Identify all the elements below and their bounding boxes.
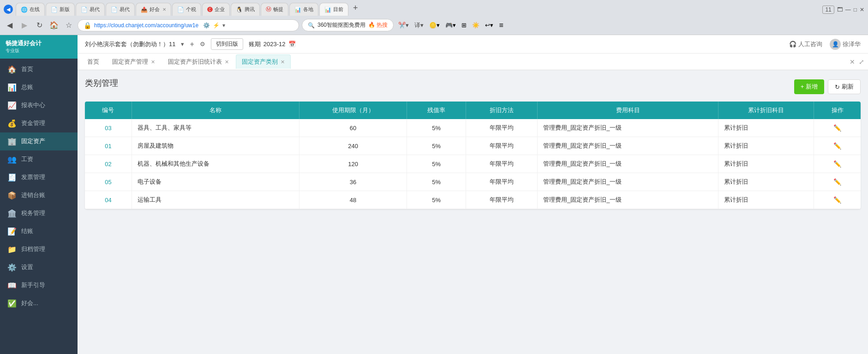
cell-action-4[interactable]: ✏️: [814, 191, 861, 209]
sidebar-item-tax[interactable]: 🏛️ 税务管理: [0, 204, 78, 222]
page-tab-home[interactable]: 首页: [81, 54, 105, 69]
company-dropdown-icon[interactable]: ▾: [181, 41, 184, 48]
translate-icon[interactable]: 译▾: [413, 20, 425, 30]
consult-button[interactable]: 🎧 人工咨询: [789, 40, 822, 48]
new-tab-button[interactable]: +: [349, 3, 362, 13]
page-tab-fixed-assets-mgmt[interactable]: 固定资产管理 ✕: [106, 54, 161, 69]
hot-search-label: 🔥 热搜: [368, 21, 388, 29]
sidebar-item-guide[interactable]: 📖 新手引导: [0, 276, 78, 294]
browser-tab-easy2[interactable]: 📄 易代: [106, 3, 135, 16]
tab-label-enterprise: 企业: [215, 6, 225, 13]
tab-close-hao[interactable]: ✕: [162, 7, 166, 12]
search-box[interactable]: 🔍 360智能抠图免费用 🔥 热搜: [302, 19, 394, 31]
cell-months-3: 36: [299, 173, 407, 191]
refresh-button[interactable]: ↻ 刷新: [828, 79, 861, 94]
sidebar-item-home[interactable]: 🏠 首页: [0, 60, 78, 78]
cell-action-0[interactable]: ✏️: [814, 119, 861, 137]
forward-button[interactable]: ▶: [18, 19, 30, 31]
brightness-icon[interactable]: ☀️: [470, 21, 481, 30]
edit-icon-1[interactable]: ✏️: [833, 142, 841, 150]
cell-name-3: 电子设备: [132, 173, 299, 191]
content-area: 类别管理 + 新增 ↻ 刷新 编号 名称 使用期限（月） 残值率: [78, 70, 868, 354]
edit-icon-4[interactable]: ✏️: [833, 196, 841, 204]
sidebar-logo-title: 畅捷通好会计: [6, 40, 42, 48]
cut-icon[interactable]: ✂️▾: [396, 21, 411, 30]
sidebar-item-invoice[interactable]: 🧾 发票管理: [0, 168, 78, 186]
back-button[interactable]: ◀: [4, 19, 16, 31]
home-button[interactable]: 🏠: [48, 19, 60, 31]
sidebar-item-fixed-assets[interactable]: 🏢 固定资产: [0, 132, 78, 150]
settings-gear-icon[interactable]: ⚙: [200, 41, 205, 48]
sidebar-item-funds[interactable]: 💰 资金管理: [0, 114, 78, 132]
cell-method-3: 年限平均: [466, 173, 538, 191]
tab-icon-gedi: 📊: [294, 6, 301, 13]
game-icon[interactable]: 🎮▾: [443, 21, 458, 30]
edit-icon-2[interactable]: ✏️: [833, 160, 841, 168]
browser-tab-easy1[interactable]: 📄 易代: [76, 3, 105, 16]
add-company-icon[interactable]: +: [190, 40, 194, 48]
edit-icon-0[interactable]: ✏️: [833, 124, 841, 132]
sidebar-nav: 🏠 首页 📊 总账 📈 报表中心 💰 资金管理 🏢 固定资产 👥 工资: [0, 59, 78, 354]
restore-window-icon[interactable]: 🗔: [837, 6, 843, 13]
cell-action-3[interactable]: ✏️: [814, 173, 861, 191]
cell-accum-2: 累计折旧: [718, 155, 814, 173]
reload-button[interactable]: ↻: [33, 19, 45, 31]
cell-rate-4: 5%: [407, 191, 466, 209]
browser-tab-online[interactable]: 🌐 在线: [16, 3, 45, 16]
close-window-icon[interactable]: ✕: [860, 6, 864, 13]
cell-accum-0: 累计折旧: [718, 119, 814, 137]
browser-tab-enterprise[interactable]: 🅒 企业: [202, 3, 230, 16]
browser-tab-new[interactable]: 📄 新版: [46, 3, 75, 16]
browser-tab-hao[interactable]: 📤 好会 ✕: [136, 3, 171, 16]
add-category-button[interactable]: + 新增: [794, 79, 824, 94]
page-tab-close-dep-table[interactable]: ✕: [225, 59, 229, 65]
maximize-panel-icon[interactable]: ⤢: [859, 58, 864, 66]
calendar-icon[interactable]: 📅: [288, 41, 296, 48]
cell-expense-0: 管理费用_固定资产折旧_一级: [537, 119, 718, 137]
grid-icon[interactable]: ⊞: [460, 21, 468, 30]
browser-tab-muqian[interactable]: 📊 目前: [319, 3, 348, 16]
secure-icon: 🔒: [84, 22, 91, 29]
page-tab-category[interactable]: 固定资产类别 ✕: [236, 54, 291, 69]
browser-tab-gedi[interactable]: 📊 各地: [289, 3, 318, 16]
cell-name-4: 运输工具: [132, 191, 299, 209]
cell-method-4: 年限平均: [466, 191, 538, 209]
archive-icon: 📁: [7, 245, 17, 254]
sidebar-item-label-settings: 设置: [21, 263, 33, 271]
cell-action-2[interactable]: ✏️: [814, 155, 861, 173]
page-tab-close-fa-mgmt[interactable]: ✕: [151, 59, 155, 65]
user-info[interactable]: 👤 徐泽华: [830, 39, 861, 50]
undo-icon[interactable]: ↩▾: [483, 21, 495, 30]
address-bookmark-icon: ⚡: [213, 22, 220, 29]
sidebar-item-payroll[interactable]: 👥 工资: [0, 150, 78, 168]
sidebar-item-settings[interactable]: ⚙️ 设置: [0, 258, 78, 276]
switch-version-button[interactable]: 切到旧版: [211, 38, 243, 50]
sidebar-item-ledger[interactable]: 📊 总账: [0, 78, 78, 96]
sidebar-item-label-reports: 报表中心: [21, 101, 45, 109]
browser-logo-icon: ◀: [4, 5, 13, 14]
page-tab-close-category[interactable]: ✕: [281, 59, 285, 65]
sidebar-item-inventory[interactable]: 📦 进销台账: [0, 186, 78, 204]
browser-tab-tax[interactable]: 📄 个税: [172, 3, 201, 16]
browser-tab-tencent[interactable]: 🐧 腾讯: [231, 3, 260, 16]
bookmark-button[interactable]: ☆: [63, 19, 75, 31]
page-tab-label-category: 固定资产类别: [242, 58, 278, 66]
tab-icon-enterprise: 🅒: [207, 6, 213, 13]
coin-icon[interactable]: 🪙▾: [427, 21, 442, 30]
cell-action-1[interactable]: ✏️: [814, 137, 861, 155]
tab-icon-easy2: 📄: [111, 6, 118, 13]
edit-icon-3[interactable]: ✏️: [833, 178, 841, 186]
sidebar-item-closing[interactable]: 📝 结账: [0, 222, 78, 240]
minimize-window-icon[interactable]: —: [845, 6, 851, 13]
period-display: 账期 2023-12 📅: [249, 40, 296, 48]
close-panel-icon[interactable]: ✕: [850, 58, 855, 66]
address-bar[interactable]: 🔒 https://cloud.chanjet.com/accounting/u…: [78, 19, 299, 31]
sidebar-item-haohui[interactable]: ✅ 好会...: [0, 294, 78, 312]
maximize-window-icon[interactable]: □: [854, 6, 857, 13]
browser-tab-changjie[interactable]: Ⓜ 畅提: [261, 3, 288, 16]
sidebar-item-reports[interactable]: 📈 报表中心: [0, 96, 78, 114]
menu-icon[interactable]: ≡: [497, 20, 505, 30]
page-tab-depreciation-table[interactable]: 固定资产折旧统计表 ✕: [162, 54, 235, 69]
sidebar-item-archive[interactable]: 📁 归档管理: [0, 240, 78, 258]
cell-months-0: 60: [299, 119, 407, 137]
